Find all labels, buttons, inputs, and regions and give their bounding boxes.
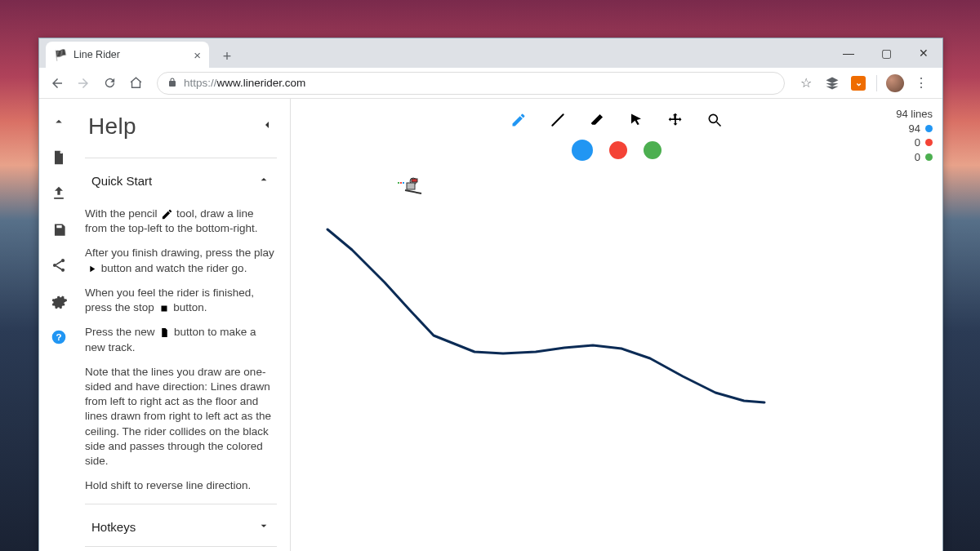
save-button[interactable]: [49, 220, 69, 239]
chevron-up-icon: [51, 114, 66, 129]
minimize-button[interactable]: —: [830, 38, 867, 68]
svg-line-12: [405, 190, 421, 193]
chevron-down-icon: [257, 519, 270, 535]
section-hotkeys[interactable]: Hotkeys: [82, 508, 280, 546]
svg-line-8: [717, 122, 721, 127]
back-button[interactable]: [46, 72, 69, 95]
line-tool[interactable]: [546, 109, 569, 131]
svg-rect-15: [412, 179, 417, 182]
zoom-tool[interactable]: [703, 109, 726, 131]
extension-pocket-button[interactable]: ⌄: [847, 72, 870, 95]
svg-line-6: [552, 114, 563, 125]
section-label: Hotkeys: [91, 520, 136, 534]
chevron-left-icon: [261, 118, 274, 131]
separator: [876, 75, 877, 91]
play-icon: [85, 262, 98, 275]
window-controls: — ▢ ✕: [830, 38, 942, 68]
svg-rect-9: [398, 182, 399, 184]
svg-rect-10: [400, 182, 402, 184]
forward-button[interactable]: [72, 72, 95, 95]
upload-button[interactable]: [49, 184, 69, 203]
total-lines-label: 94 lines: [896, 107, 933, 122]
profile-button[interactable]: [884, 72, 906, 95]
reload-icon: [103, 76, 117, 90]
buffer-icon: [825, 76, 840, 91]
help-back-button[interactable]: [261, 118, 274, 135]
move-icon: [667, 112, 684, 128]
share-icon: [51, 257, 67, 273]
color-blue[interactable]: [572, 140, 593, 161]
eraser-tool[interactable]: [586, 109, 608, 131]
svg-point-7: [709, 114, 717, 122]
file-icon: [51, 149, 67, 166]
svg-rect-11: [403, 182, 404, 184]
home-button[interactable]: [124, 72, 147, 95]
close-tab-icon[interactable]: ×: [194, 48, 201, 62]
pencil-icon: [160, 207, 173, 220]
bookmark-star-button[interactable]: ☆: [795, 72, 817, 95]
browser-menu-button[interactable]: ⋮: [910, 72, 933, 95]
eraser-icon: [589, 112, 605, 128]
extension-buffer-button[interactable]: [821, 72, 844, 95]
save-icon: [51, 222, 67, 238]
chevron-up-icon: [257, 173, 270, 189]
cursor-icon: [629, 113, 644, 127]
home-icon: [129, 76, 143, 90]
new-tab-button[interactable]: +: [216, 45, 238, 68]
icon-rail: ?: [39, 99, 78, 551]
favicon-icon: 🏴: [54, 49, 67, 61]
line-icon: [550, 112, 566, 128]
section-quick-start[interactable]: Quick Start: [82, 162, 280, 200]
arrow-left-icon: [50, 76, 65, 91]
help-panel: Help Quick Start With the pencil tool, d…: [78, 99, 291, 551]
url-text: www.linerider.com: [217, 77, 306, 89]
url-input[interactable]: https://www.linerider.com: [157, 72, 785, 95]
qs-text: button and watch the rider go.: [101, 262, 247, 274]
collapse-help-button[interactable]: [49, 112, 69, 131]
maximize-button[interactable]: ▢: [867, 38, 905, 68]
browser-tab[interactable]: 🏴 Line Rider ×: [46, 42, 209, 68]
green-count: 0: [915, 150, 920, 165]
qs-text: Hold shift to reverse line direction.: [85, 478, 277, 493]
color-red[interactable]: [609, 141, 627, 159]
pencil-tool[interactable]: [507, 109, 530, 131]
divider: [85, 158, 277, 158]
help-icon: ?: [51, 329, 67, 345]
help-button[interactable]: ?: [49, 327, 69, 347]
help-title: Help: [88, 113, 136, 140]
gear-icon: [51, 293, 68, 310]
divider: [85, 504, 277, 504]
red-count: 0: [915, 136, 920, 150]
upload-icon: [51, 185, 67, 202]
pencil-icon: [510, 112, 527, 128]
qs-text: After you finish drawing, press the play: [85, 247, 274, 259]
share-button[interactable]: [49, 256, 69, 275]
line-stats: 94 lines 94 0 0: [896, 107, 933, 164]
new-track-button[interactable]: [49, 148, 69, 167]
settings-button[interactable]: [49, 291, 69, 311]
pan-tool[interactable]: [664, 109, 687, 131]
address-bar: https://www.linerider.com ☆ ⌄ ⋮: [39, 68, 942, 99]
divider: [85, 546, 277, 547]
tab-strip: 🏴 Line Rider × + — ▢ ✕: [39, 38, 942, 68]
toolbar: [507, 109, 726, 161]
browser-window: 🏴 Line Rider × + — ▢ ✕ https://www.liner…: [38, 38, 943, 551]
close-window-button[interactable]: ✕: [905, 38, 942, 68]
drawing-canvas[interactable]: 94 lines 94 0 0: [291, 99, 942, 551]
section-label: Quick Start: [91, 174, 152, 188]
stop-icon: [158, 302, 171, 315]
tab-title: Line Rider: [74, 49, 120, 60]
color-green[interactable]: [644, 141, 662, 159]
app-content: ? Help Quick Start With the pencil tool,…: [39, 99, 942, 551]
select-tool[interactable]: [625, 109, 648, 131]
reload-button[interactable]: [98, 72, 121, 95]
lock-icon: [167, 78, 177, 89]
blue-count: 94: [909, 122, 920, 136]
qs-text: Press the new: [85, 326, 158, 338]
track-line: [291, 99, 942, 551]
svg-rect-14: [407, 183, 415, 189]
svg-rect-5: [161, 305, 167, 311]
dot-red-icon: [925, 139, 933, 146]
url-scheme: https://: [184, 77, 217, 89]
qs-text: button.: [173, 301, 207, 313]
